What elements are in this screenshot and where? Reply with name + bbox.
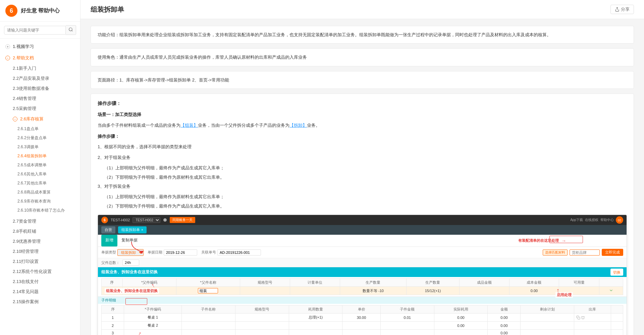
delete-icon[interactable] xyxy=(581,316,585,320)
inner-search-input[interactable] xyxy=(570,249,600,256)
inner-search-group xyxy=(570,249,600,256)
inner-nav-assembly[interactable]: 组装拆卸单 × xyxy=(118,226,147,233)
app-title: 好生意 帮助中心 xyxy=(21,7,60,14)
sidebar-item-cost[interactable]: 2.6.5成本调整单 xyxy=(0,161,80,170)
inner-parent-count[interactable] xyxy=(122,260,139,266)
inner-table-top: 序 *父件编码 *父件名称 规格型号 计量单位 生产数量 生产数量 成品金额 成… xyxy=(101,278,623,295)
sidebar: 6 好生意 帮助中心 + 1.视频学习 − 2.帮助文档 2.1新手入门 2.2… xyxy=(0,0,80,335)
sidebar-item-error[interactable]: 2.6.10库存账本错了怎么办 xyxy=(0,206,80,215)
sidebar-item-outother[interactable]: 2.6.7其他出库单 xyxy=(0,179,80,188)
inner-table-bottom: 序 *子件编码 子件名称 规格型号 耗用数量 单价 子件金额 实际耗用 金额 剩… xyxy=(101,305,623,335)
sidebar-item-inventory[interactable]: − 2.6库存核算 xyxy=(0,114,80,124)
inner-date-input[interactable] xyxy=(164,249,197,256)
step3: 3、对于拆装业务 xyxy=(98,182,627,190)
table-row: 1 餐桌 1 总理(+1) 30.00 0.01 0.00 0.00 xyxy=(102,314,623,322)
sidebar-item-operation[interactable]: 2.10经营管理 xyxy=(0,246,80,257)
inner-table-header-bottom: 子件明细 xyxy=(98,296,627,304)
inner-tab-copy[interactable]: 复制单据 xyxy=(117,235,142,246)
scenario1-title: 场景一：加工类型选择 xyxy=(98,112,141,117)
disassembly-step2: （2）下部明细为子件明细，最终作为产成品生成其它入库单。 xyxy=(104,202,627,210)
inner-logo: 6 xyxy=(101,217,108,223)
sidebar-item-install[interactable]: 2.2产品安装及登录 xyxy=(0,73,80,83)
collapse-inventory-icon: − xyxy=(13,117,17,121)
inner-confirm-btn[interactable]: 立即完成 xyxy=(602,249,623,256)
sidebar-item-print[interactable]: 2.11打印设置 xyxy=(0,257,80,267)
page-title: 组装拆卸单 xyxy=(91,5,124,14)
main-content: 功能介绍：组装拆卸单用来处理企业组装或拆卸等加工业务，支持有固定装配清单的产品加… xyxy=(80,19,644,335)
scenario1-desc: 当由多个子件材料组装成一个成品的业务为【组装】业务，当由一个父件拆分成多个子产品… xyxy=(98,121,627,129)
inner-table-top-container: 序 *父件编码 *父件名称 规格型号 计量单位 生产数量 生产数量 成品金额 成… xyxy=(98,277,627,296)
inner-nav-home[interactable]: 自营 xyxy=(101,226,115,233)
inner-type-select[interactable]: 组装拆卸 xyxy=(117,249,144,256)
inventory-sub-items: 2.6.1盘点单 2.6.2分量盘点单 2.6.3调拨单 2.6.4组装拆卸单 … xyxy=(0,124,80,215)
sidebar-item-video[interactable]: + 1.视频学习 xyxy=(0,41,80,52)
inner-ref-group: 关联单号 xyxy=(201,249,261,256)
main-area: 组装拆卸单 分享 功能介绍：组装拆卸单用来处理企业组装或拆卸等加工业务，支持有固… xyxy=(80,0,644,335)
sidebar-item-goodscost[interactable]: 2.6.8商品成本重算 xyxy=(0,188,80,197)
inner-topbar: 6 TEST-H002 TEST-H002 同期账务一天 App下载在线授权帮助… xyxy=(98,215,627,225)
step2: 2、对于组装业务 xyxy=(98,154,627,161)
inner-ref-input[interactable] xyxy=(217,249,261,256)
sidebar-logo: 6 好生意 帮助中心 xyxy=(0,0,80,22)
nav-section-inventory: − 2.6库存核算 2.6.1盘点单 2.6.2分量盘点单 2.6.3调拨单 2… xyxy=(0,114,80,215)
table-row: 2餐桌 20.000.00 xyxy=(102,322,623,330)
inner-company: TEST-H002 xyxy=(111,218,130,222)
path-box: 页面路径：1、库存核算->库存管理->组装拆卸单 2、首页->常用功能 xyxy=(91,71,634,89)
sidebar-item-faq[interactable]: 2.14常见问题 xyxy=(0,287,80,297)
inner-form-row: 单据类型 组装拆卸 单据日期 关联单号 选 xyxy=(98,247,627,258)
sidebar-item-sales[interactable]: 2.4销售管理 xyxy=(0,94,80,104)
inner-submenu: 新增 复制单据 xyxy=(98,235,627,247)
nav-section-video: + 1.视频学习 xyxy=(0,41,80,52)
sidebar-item-newbie[interactable]: 2.1新手入门 xyxy=(0,63,80,73)
inner-sync-btn[interactable]: 同期账务一天 xyxy=(170,217,195,223)
assembly-step1: （1）上部明细为父件明细，最终作为产成品生成其它入库单； xyxy=(104,164,627,172)
inner-switch-btn[interactable]: 切换 xyxy=(610,269,623,276)
inner-type-select-group: 单据类型 组装拆卸 xyxy=(101,249,144,256)
sidebar-item-split[interactable]: 2.6.2分量盘点单 xyxy=(0,133,80,143)
search-button[interactable] xyxy=(66,25,76,35)
sidebar-nav: + 1.视频学习 − 2.帮助文档 2.1新手入门 2.2产品安装及登录 2.3… xyxy=(0,39,80,335)
inner-topbar-right: App下载在线授权帮助中心 cc xyxy=(570,216,623,224)
inner-match-badge[interactable]: 选择匹配材料 xyxy=(543,249,568,256)
copy-icon[interactable] xyxy=(576,316,580,320)
sidebar-item-finance[interactable]: 2.7资金管理 xyxy=(0,216,80,226)
nav-section-docs: − 2.帮助文档 2.1新手入门 2.2产品安装及登录 2.3使用前数据准备 2… xyxy=(0,53,80,307)
sidebar-item-inother[interactable]: 2.6.6其他入库单 xyxy=(0,170,80,179)
sidebar-item-custom[interactable]: 2.12系统个性化设置 xyxy=(0,267,80,277)
sidebar-item-query[interactable]: 2.6.9库存账本查询 xyxy=(0,197,80,206)
inner-cell-input[interactable] xyxy=(198,288,218,293)
search-input[interactable] xyxy=(4,26,66,35)
step1: 1、根据不同的业务，选择不同单据的类型来处理 xyxy=(98,143,627,151)
svg-point-0 xyxy=(69,28,72,31)
sidebar-item-data[interactable]: 2.3使用前数据准备 xyxy=(0,83,80,94)
table-row: 30.00 xyxy=(102,330,623,335)
sidebar-item-cases[interactable]: 2.15操作案例 xyxy=(0,297,80,307)
sidebar-item-coupon[interactable]: 2.9优惠券管理 xyxy=(0,236,80,246)
inner-date-group: 单据日期 xyxy=(148,249,197,256)
sidebar-item-online[interactable]: 2.13在线支付 xyxy=(0,277,80,287)
sidebar-item-adjust[interactable]: 2.6.3调拨单 xyxy=(0,143,80,152)
expand-icon: + xyxy=(5,44,10,49)
row-expand-icon[interactable] xyxy=(609,288,613,293)
main-header: 组装拆卸单 分享 xyxy=(80,0,644,19)
function-intro-box: 功能介绍：组装拆卸单用来处理企业组装或拆卸等加工业务，支持有固定装配清单的产品加… xyxy=(91,26,634,44)
collapse-icon: − xyxy=(5,56,10,60)
svg-line-1 xyxy=(72,31,73,32)
sidebar-item-stocktake[interactable]: 2.6.1盘点单 xyxy=(0,124,80,133)
share-button[interactable]: 分享 xyxy=(610,5,634,14)
role-box: 使用角色：通常由生产人员或库管人员完成拆装业务的操作，库管人员确认原材料的出库和… xyxy=(91,48,634,66)
sidebar-search-area xyxy=(0,22,80,39)
table-row: 1 关米 数量不等 -10 15/12(+1) 0.00 xyxy=(102,287,623,295)
sidebar-item-assembly[interactable]: 2.6.4组装拆卸单 xyxy=(0,152,80,161)
docs-sub-items: 2.1新手入门 2.2产品安装及登录 2.3使用前数据准备 2.4销售管理 2.… xyxy=(0,63,80,307)
inner-company-select[interactable]: TEST-H002 xyxy=(132,217,160,223)
sidebar-item-purchase[interactable]: 2.5采购管理 xyxy=(0,104,80,114)
inner-tab-new[interactable]: 新增 xyxy=(101,235,117,246)
steps-title: 操作步骤： xyxy=(98,132,627,140)
sidebar-item-docs[interactable]: − 2.帮助文档 xyxy=(0,53,80,63)
sidebar-item-mobile[interactable]: 2.8手机旺铺 xyxy=(0,226,80,236)
assembly-step2: （2）下部明细为子件明细，最终作为原材料生成其它出库单。 xyxy=(104,173,627,181)
inner-table-bottom-container: 序 *子件编码 子件名称 规格型号 耗用数量 单价 子件金额 实际耗用 金额 剩… xyxy=(98,304,627,335)
inner-form-row2: 父件总数： xyxy=(98,258,627,267)
operations-title: 操作步骤： xyxy=(98,101,627,107)
